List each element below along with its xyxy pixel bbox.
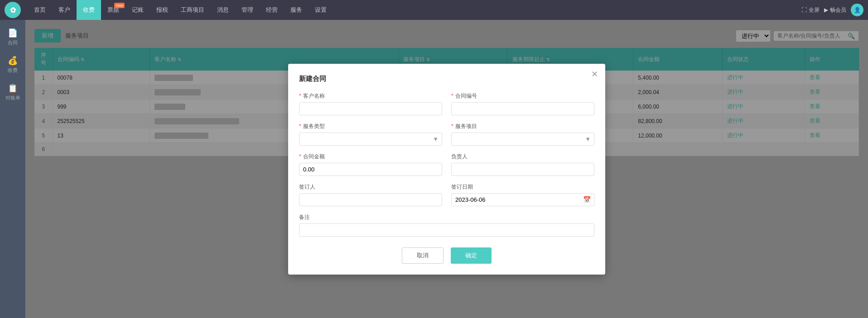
- nav-charge[interactable]: 收费: [77, 0, 101, 20]
- member-button[interactable]: ▶ 畅会员: [824, 6, 846, 14]
- sidebar: 📄 合同 💰 收费 📋 对账单: [0, 20, 25, 318]
- responsible-input[interactable]: [451, 163, 594, 176]
- cancel-button[interactable]: 取消: [402, 247, 444, 264]
- amount-label: * 合同金额: [299, 153, 442, 161]
- notes-input[interactable]: [299, 223, 594, 237]
- modal-footer: 取消 确定: [299, 247, 594, 264]
- service-item-label: * 服务项目: [451, 123, 594, 130]
- service-type-label: * 服务类型: [299, 123, 442, 130]
- nav-right: ⛶ 全屏 ▶ 畅会员 👤: [801, 4, 863, 16]
- nav-home[interactable]: 首页: [28, 0, 52, 20]
- contract-no-input[interactable]: [451, 102, 594, 115]
- form-field-service-type: * 服务类型 ▼: [299, 123, 442, 146]
- sidebar-item-charge[interactable]: 💰 收费: [1, 52, 24, 77]
- form-field-responsible: 负责人: [451, 153, 594, 176]
- nav-manage[interactable]: 管理: [235, 0, 260, 20]
- contract-icon: 📄: [8, 28, 18, 38]
- service-item-select[interactable]: [451, 133, 594, 146]
- service-item-wrapper: ▼: [451, 133, 594, 146]
- modal-overlay: ✕ 新建合同 * 客户名称 * 合同编号: [25, 20, 868, 318]
- service-type-wrapper: ▼: [299, 133, 442, 146]
- content-area: 新增 服务项目 进行中 已完成 已终止 🔍 序号 合同编码⇅: [25, 20, 868, 318]
- nav-settings[interactable]: 设置: [309, 0, 333, 20]
- form-field-amount: * 合同金额: [299, 153, 442, 176]
- top-nav: ✿ 首页 客户 收费 票据 new 记账 报税 工商项目 消息 管理: [0, 0, 868, 20]
- statement-icon: 📋: [8, 83, 18, 93]
- app-logo: ✿: [5, 2, 21, 18]
- form-field-contract-no: * 合同编号: [451, 92, 594, 115]
- nav-service[interactable]: 服务: [284, 0, 309, 20]
- nav-invoice[interactable]: 票据 new: [101, 0, 125, 20]
- form-field-client: * 客户名称: [299, 92, 442, 115]
- sidebar-item-contract[interactable]: 📄 合同: [1, 24, 24, 50]
- sign-date-label: 签订日期: [451, 183, 594, 191]
- nav-client[interactable]: 客户: [52, 0, 77, 20]
- amount-input[interactable]: [299, 163, 442, 176]
- signer-input[interactable]: [299, 193, 442, 206]
- avatar[interactable]: 👤: [851, 4, 863, 16]
- form-field-service-item: * 服务项目 ▼: [451, 123, 594, 146]
- modal-new-contract: ✕ 新建合同 * 客户名称 * 合同编号: [288, 64, 605, 275]
- service-type-select[interactable]: [299, 133, 442, 146]
- confirm-button[interactable]: 确定: [451, 247, 492, 264]
- form-grid: * 客户名称 * 合同编号: [299, 92, 594, 237]
- nav-operation[interactable]: 经营: [260, 0, 284, 20]
- contract-no-label: * 合同编号: [451, 92, 594, 100]
- modal-title: 新建合同: [299, 75, 594, 83]
- play-icon: ▶: [824, 7, 828, 13]
- signer-label: 签订人: [299, 183, 442, 191]
- charge-icon: 💰: [8, 56, 18, 66]
- modal-close-button[interactable]: ✕: [591, 69, 598, 79]
- nav-messages[interactable]: 消息: [211, 0, 235, 20]
- nav-items: 首页 客户 收费 票据 new 记账 报税 工商项目 消息 管理 经营: [28, 0, 801, 20]
- sign-date-wrapper: 📅: [451, 193, 594, 206]
- form-field-notes: 备注: [299, 214, 594, 237]
- main-layout: 📄 合同 💰 收费 📋 对账单 新增 服务项目 进行中 已完成 已终止: [0, 20, 868, 318]
- sidebar-item-statement[interactable]: 📋 对账单: [1, 80, 24, 105]
- responsible-label: 负责人: [451, 153, 594, 161]
- client-name-label: * 客户名称: [299, 92, 442, 100]
- fullscreen-icon: ⛶: [801, 7, 807, 13]
- nav-bookkeeping[interactable]: 记账: [125, 0, 150, 20]
- sign-date-input[interactable]: [451, 193, 594, 206]
- notes-label: 备注: [299, 214, 594, 221]
- new-badge: new: [114, 3, 125, 8]
- nav-tax[interactable]: 报税: [150, 0, 174, 20]
- form-field-signer: 签订人: [299, 183, 442, 206]
- client-name-input[interactable]: [299, 102, 442, 115]
- nav-business[interactable]: 工商项目: [174, 0, 211, 20]
- form-field-sign-date: 签订日期 📅: [451, 183, 594, 206]
- fullscreen-button[interactable]: ⛶ 全屏: [801, 6, 820, 14]
